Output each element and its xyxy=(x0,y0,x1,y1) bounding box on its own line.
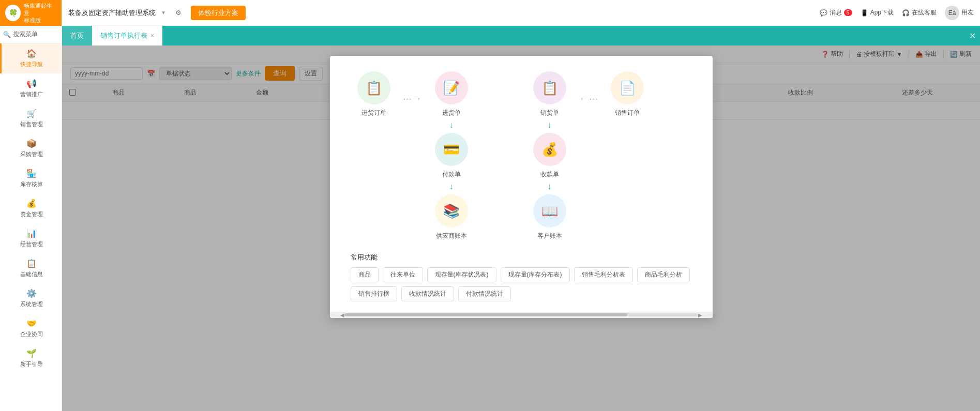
sidebar-item-inventory[interactable]: 🏪 库存核算 xyxy=(0,163,62,193)
flow-receipt-bill[interactable]: 💰 收款单 xyxy=(526,133,573,179)
supplier-ledger-icon: 📚 xyxy=(435,194,468,227)
flow-purchase-bill[interactable]: 📝 进货单 xyxy=(428,71,475,117)
sidebar-item-marketing[interactable]: 📢 营销推广 xyxy=(0,73,62,103)
content-area: ❓ 帮助 🖨 按模板打印 ▼ 📤 导出 🔄 刷新 xyxy=(62,45,980,411)
receipt-bill-label: 收款单 xyxy=(540,170,559,179)
func-btn-sales-profit[interactable]: 销售毛利分析表 xyxy=(574,267,633,282)
supplier-ledger-label: 供应商账本 xyxy=(436,232,467,240)
arrow-v-2: ↓ xyxy=(526,120,573,130)
app-download-btn[interactable]: 📱 App下载 xyxy=(861,8,894,17)
basic-icon: 📋 xyxy=(26,258,37,268)
purchase-bill-icon: 📝 xyxy=(435,71,468,104)
download-icon: 📱 xyxy=(861,9,868,17)
marketing-icon: 📢 xyxy=(26,79,37,88)
close-all-btn[interactable]: ✕ xyxy=(969,31,976,41)
system-title: 装备及固定资产辅助管理系统 xyxy=(68,8,156,18)
service-icon: 🎧 xyxy=(902,9,910,17)
sidebar-item-purchase[interactable]: 📦 采购管理 xyxy=(0,133,62,163)
tab-home[interactable]: 首页 xyxy=(62,26,92,45)
settings-button[interactable]: ⚙ xyxy=(171,6,186,20)
modal-content: 📋 进货订单 ···→ 📝 进货单 📋 销货单 xyxy=(330,56,713,312)
search-menu[interactable]: 🔍 搜索菜单 xyxy=(0,26,62,43)
purchase-bill-label: 进货单 xyxy=(442,109,461,117)
collab-icon: 🤝 xyxy=(26,318,37,328)
arrow-v-3: ↓ xyxy=(428,182,475,191)
system-title-dropdown[interactable]: ▼ xyxy=(161,10,166,16)
top-bar: 装备及固定资产辅助管理系统 ▼ ⚙ 体验行业方案 💬 消息 5 📱 App下载 … xyxy=(62,0,980,26)
scroll-left-btn[interactable]: ◀ xyxy=(340,312,344,318)
sidebar-item-quick-nav[interactable]: 🏠 快捷导航 xyxy=(0,43,62,73)
func-btn-stock-status[interactable]: 现存量(库存状况表) xyxy=(427,267,496,282)
user-avatar[interactable]: Ea 用友 xyxy=(945,6,974,20)
scroll-right-btn[interactable]: ▶ xyxy=(698,312,702,318)
tab-close-btn[interactable]: × xyxy=(150,32,154,39)
flow-sales-bill[interactable]: 📋 销货单 xyxy=(526,71,573,117)
scrollbar-thumb xyxy=(344,313,627,316)
arrow-h-1: ···→ xyxy=(397,85,428,104)
sales-bill-icon: 📋 xyxy=(533,71,566,104)
sidebar-item-operation[interactable]: 📊 经营管理 xyxy=(0,223,62,253)
online-service-btn[interactable]: 🎧 在线客服 xyxy=(902,8,937,17)
flow-sales-order[interactable]: 📄 销售订单 xyxy=(604,71,651,117)
sidebar-item-newbie[interactable]: 🌱 新手引导 xyxy=(0,343,62,373)
logo-text: 畅康通好生意 标准版 xyxy=(24,2,56,24)
function-buttons-row2: 销售排行榜 收款情况统计 付款情况统计 xyxy=(351,286,692,301)
message-icon: 💬 xyxy=(820,9,827,17)
experience-btn[interactable]: 体验行业方案 xyxy=(191,6,246,20)
system-icon: ⚙️ xyxy=(26,288,37,298)
tab-sales-order-execution[interactable]: 销售订单执行表 × xyxy=(92,26,162,45)
arrow-v-4: ↓ xyxy=(526,182,573,191)
avatar-icon: Ea xyxy=(945,6,959,20)
payment-bill-icon: 💳 xyxy=(435,133,468,166)
customer-ledger-icon: 📖 xyxy=(533,194,566,227)
sidebar-item-collab[interactable]: 🤝 企业协同 xyxy=(0,313,62,343)
func-btn-goods[interactable]: 商品 xyxy=(351,267,379,282)
finance-icon: 💰 xyxy=(26,199,37,208)
sales-order-icon: 📄 xyxy=(611,71,644,104)
tab-bar-end: ✕ xyxy=(162,26,980,45)
inventory-icon: 🏪 xyxy=(26,169,37,178)
common-functions: 常用功能 商品 往来单位 现存量(库存状况表) 现存量(库存分布表) 销售毛利分… xyxy=(351,253,692,301)
tab-bar: 首页 销售订单执行表 × ✕ xyxy=(62,26,980,45)
purchase-order-icon: 📋 xyxy=(357,71,390,104)
top-bar-actions: 💬 消息 5 📱 App下载 🎧 在线客服 Ea 用友 xyxy=(820,6,974,20)
receipt-bill-icon: 💰 xyxy=(533,133,566,166)
arrow-v-1: ↓ xyxy=(428,120,475,130)
main-area: 装备及固定资产辅助管理系统 ▼ ⚙ 体验行业方案 💬 消息 5 📱 App下载 … xyxy=(62,0,980,411)
func-btn-stock-dist[interactable]: 现存量(库存分布表) xyxy=(501,267,570,282)
modal-scrollbar: ◀ ▶ xyxy=(330,312,713,318)
purchase-icon: 📦 xyxy=(26,139,37,148)
sales-icon: 🛒 xyxy=(26,109,37,118)
flow-modal: 📋 进货订单 ···→ 📝 进货单 📋 销货单 xyxy=(330,56,713,318)
operation-icon: 📊 xyxy=(26,229,37,238)
customer-ledger-label: 客户账本 xyxy=(537,232,562,240)
flow-payment-bill[interactable]: 💳 付款单 xyxy=(428,133,475,179)
purchase-order-label: 进货订单 xyxy=(361,109,386,117)
scrollbar-track[interactable] xyxy=(344,313,698,316)
sales-bill-label: 销货单 xyxy=(540,109,559,117)
func-btn-goods-profit[interactable]: 商品毛利分析 xyxy=(637,267,690,282)
logo-icon: 🍀 xyxy=(5,5,21,21)
message-btn[interactable]: 💬 消息 5 xyxy=(820,8,852,17)
sidebar-item-sales[interactable]: 🛒 销售管理 xyxy=(0,103,62,133)
flow-supplier-ledger[interactable]: 📚 供应商账本 xyxy=(428,194,475,240)
func-btn-sales-ranking[interactable]: 销售排行榜 xyxy=(351,286,397,301)
search-icon: 🔍 xyxy=(3,31,11,38)
func-btn-receipt-stats[interactable]: 收款情况统计 xyxy=(401,286,454,301)
home-icon: 🏠 xyxy=(26,49,37,58)
message-badge: 5 xyxy=(844,9,852,16)
flow-customer-ledger[interactable]: 📖 客户账本 xyxy=(526,194,573,240)
modal-overlay[interactable]: 📋 进货订单 ···→ 📝 进货单 📋 销货单 xyxy=(62,45,980,411)
func-btn-payment-stats[interactable]: 付款情况统计 xyxy=(458,286,511,301)
logo-area: 🍀 畅康通好生意 标准版 xyxy=(0,0,62,26)
sidebar-item-basic[interactable]: 📋 基础信息 xyxy=(0,253,62,283)
sidebar-item-finance[interactable]: 💰 资金管理 xyxy=(0,193,62,223)
common-functions-title: 常用功能 xyxy=(351,253,692,262)
sidebar-item-system[interactable]: ⚙️ 系统管理 xyxy=(0,283,62,313)
sidebar-nav: 🏠 快捷导航 📢 营销推广 🛒 销售管理 📦 采购管理 🏪 库存核算 💰 xyxy=(0,43,62,411)
func-btn-counterpart[interactable]: 往来单位 xyxy=(383,267,423,282)
arrow-h-2: ←··· xyxy=(573,85,604,104)
function-buttons: 商品 往来单位 现存量(库存状况表) 现存量(库存分布表) 销售毛利分析表 商品… xyxy=(351,267,692,282)
newbie-icon: 🌱 xyxy=(26,348,37,358)
flow-purchase-order[interactable]: 📋 进货订单 xyxy=(351,71,397,117)
